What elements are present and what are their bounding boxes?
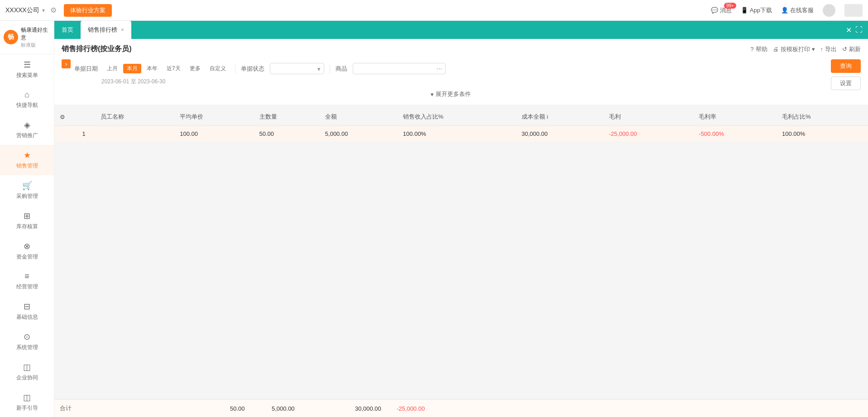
sidebar-item-label: 销售管理 <box>16 162 38 170</box>
doc-status-select[interactable] <box>270 63 324 74</box>
col-settings[interactable]: ⚙ <box>54 108 72 126</box>
table-area: ⚙ 员工名称 平均单价 主数量 全额 销售收入占比% 成本全额 ℹ 毛利 毛利率 <box>54 108 868 399</box>
sidebar-item-finance[interactable]: ⊗ 资金管理 <box>0 236 54 266</box>
goods-input-wrapper: ··· <box>353 63 446 74</box>
date-option-this-year[interactable]: 本年 <box>143 64 161 73</box>
settings-icon[interactable]: ⚙ <box>48 4 58 16</box>
sidebar-item-system[interactable]: ⊙ 系统管理 <box>0 326 54 357</box>
col-gross-pct: 毛利占比% <box>777 108 868 126</box>
col-avg-price: 平均单价 <box>174 108 254 126</box>
tab-home-label: 首页 <box>62 26 73 34</box>
finance-icon: ⊗ <box>24 241 30 251</box>
avatar[interactable] <box>823 4 835 17</box>
goods-input[interactable] <box>353 63 436 74</box>
main-layout: 畅 畅康通好生意 标准版 ☰ 搜索菜单 ⌂ 快捷导航 ◈ 营销推广 ★ 销售管理… <box>0 21 868 417</box>
tab-sales-ranking[interactable]: 销售排行榜 × <box>81 21 131 39</box>
sidebar-item-label: 营销推广 <box>16 132 38 139</box>
sales-icon: ★ <box>24 150 31 160</box>
date-option-7days[interactable]: 近7天 <box>163 64 184 73</box>
message-badge: 99+ <box>724 3 736 9</box>
sidebar-item-label: 新手引导 <box>16 404 38 412</box>
sidebar-item-label: 系统管理 <box>16 344 38 351</box>
app-download-item[interactable]: 📱 App下载 <box>741 6 772 14</box>
col-cost: 成本全额 ℹ <box>516 108 604 126</box>
date-option-custom[interactable]: 自定义 <box>206 64 230 73</box>
help-label: 帮助 <box>756 45 767 53</box>
doc-status-label: 单据状态 <box>241 65 264 73</box>
expand-conditions-label: 展开更多条件 <box>436 90 471 98</box>
message-item[interactable]: 💬 消息 99+ <box>711 6 732 14</box>
tab-expand-icon[interactable]: ⛶ <box>855 26 863 34</box>
sidebar-item-label: 经营管理 <box>16 283 38 291</box>
date-option-more[interactable]: 更多 <box>186 64 204 73</box>
cost-help-icon[interactable]: ℹ <box>547 114 548 120</box>
tab-close-icon[interactable]: × <box>121 27 124 33</box>
footer-cost: 30,000.00 <box>355 405 391 412</box>
goods-input-dots-icon[interactable]: ··· <box>436 65 445 73</box>
col-qty: 主数量 <box>254 108 320 126</box>
page-title: 销售排行榜(按业务员) <box>62 44 132 54</box>
sidebar-item-basic[interactable]: ⊟ 基础信息 <box>0 296 54 326</box>
sidebar-item-label: 搜索菜单 <box>16 72 38 79</box>
export-link[interactable]: ↑ 导出 <box>820 45 837 53</box>
content-area: 首页 销售排行榜 × ✕ ⛶ 销售排行榜(按业务员) ? <box>54 21 868 417</box>
col-amount: 全额 <box>320 108 398 126</box>
basic-icon: ⊟ <box>24 302 30 312</box>
sidebar-item-operation[interactable]: ≡ 经营管理 <box>0 266 54 296</box>
footer-qty: 50.00 <box>230 405 266 412</box>
sidebar-item-marketing[interactable]: ◈ 营销推广 <box>0 115 54 145</box>
export-label: 导出 <box>825 45 837 53</box>
enterprise-icon: ◫ <box>23 362 31 372</box>
company-selector[interactable]: XXXXX公司 ▾ <box>5 6 45 14</box>
row-gross-rate-cell: -500.00% <box>693 126 777 142</box>
date-range-options: 上月 本月 本年 近7天 更多 自定义 <box>103 64 230 73</box>
sidebar-item-quick-nav[interactable]: ⌂ 快捷导航 <box>0 85 54 115</box>
date-option-last-month[interactable]: 上月 <box>103 64 121 73</box>
page-actions: ? 帮助 🖨 按模板打印 ▾ ↑ 导出 ↺ <box>750 45 861 53</box>
table-header-row: ⚙ 员工名称 平均单价 主数量 全额 销售收入占比% 成本全额 ℹ 毛利 毛利率 <box>54 108 868 126</box>
settings-button[interactable]: 设置 <box>831 77 861 90</box>
online-service-label: 在线客服 <box>790 6 814 14</box>
data-table: ⚙ 员工名称 平均单价 主数量 全额 销售收入占比% 成本全额 ℹ 毛利 毛利率 <box>54 108 868 142</box>
tab-home[interactable]: 首页 <box>54 21 81 39</box>
right-panel: 查询 设置 <box>831 59 861 90</box>
sidebar-item-label: 库存核算 <box>16 223 38 230</box>
avatar2[interactable] <box>844 4 863 17</box>
filter-row-1: 单据日期 上月 本月 本年 近7天 更多 自定义 单据状 <box>74 59 827 78</box>
header-right: 💬 消息 99+ 📱 App下载 👤 在线客服 <box>711 4 863 17</box>
row-gross-cell: -25,000.00 <box>604 126 694 142</box>
table-body: 1 100.00 50.00 5,000.00 100.00% 30,000.0… <box>54 126 868 142</box>
trial-button[interactable]: 体验行业方案 <box>64 4 112 17</box>
sidebar-item-inventory[interactable]: ⊞ 库存核算 <box>0 206 54 236</box>
expand-conditions-btn[interactable]: ▾ 展开更多条件 <box>74 87 827 101</box>
refresh-link[interactable]: ↺ 刷新 <box>842 45 861 53</box>
table-row: 1 100.00 50.00 5,000.00 100.00% 30,000.0… <box>54 126 868 142</box>
sidebar-item-label: 采购管理 <box>16 192 38 200</box>
filter-fields: 单据日期 上月 本月 本年 近7天 更多 自定义 单据状 <box>74 59 827 101</box>
template-print-link[interactable]: 🖨 按模板打印 ▾ <box>773 45 815 53</box>
doc-date-label: 单据日期 <box>74 65 98 73</box>
sidebar-item-enterprise[interactable]: ◫ 企业协同 <box>0 357 54 387</box>
date-option-this-month[interactable]: 本月 <box>123 64 141 73</box>
sidebar-item-label: 企业协同 <box>16 374 38 382</box>
search-order-icon: ☰ <box>24 60 31 70</box>
date-range-text: 2023-06-01 至 2023-06-30 <box>101 78 165 86</box>
chevron-down-icon: ▾ <box>431 91 434 98</box>
sidebar-item-sales[interactable]: ★ 销售管理 <box>0 145 54 175</box>
chevron-down-icon: ▾ <box>42 7 45 14</box>
sidebar-item-search-order[interactable]: ☰ 搜索菜单 <box>0 54 54 85</box>
sidebar-item-purchase[interactable]: 🛒 采购管理 <box>0 175 54 206</box>
template-print-label: 按模板打印 <box>781 45 810 53</box>
online-service-item[interactable]: 👤 在线客服 <box>781 6 814 14</box>
sidebar-item-guide[interactable]: ◫ 新手引导 <box>0 387 54 417</box>
query-button[interactable]: 查询 <box>831 59 861 73</box>
sidebar-item-label: 快捷导航 <box>16 101 38 109</box>
col-gross-rate: 毛利率 <box>693 108 777 126</box>
tab-bar: 首页 销售排行榜 × ✕ ⛶ <box>54 21 868 39</box>
row-rank-cell: 1 <box>72 126 95 142</box>
help-link[interactable]: ? 帮助 <box>750 45 767 53</box>
tab-close-window-icon[interactable]: ✕ <box>846 26 852 34</box>
expand-filter-button[interactable]: › <box>62 59 71 68</box>
guide-icon: ◫ <box>23 393 31 403</box>
tab-action-icons: ✕ ⛶ <box>846 26 868 34</box>
